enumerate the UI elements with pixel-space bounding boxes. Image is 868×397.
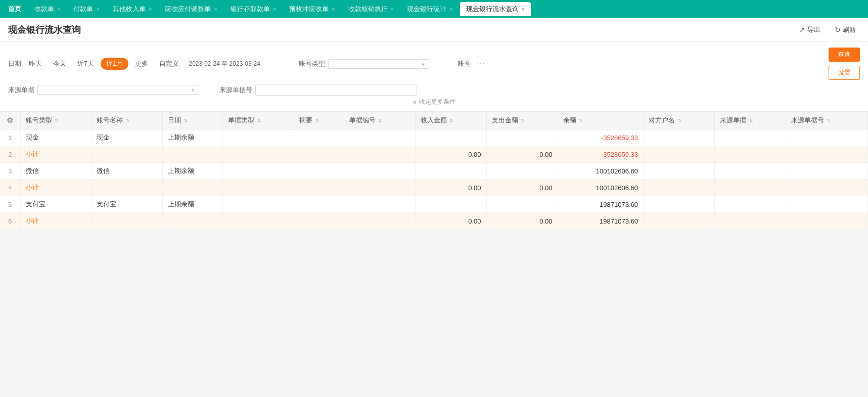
filter-area: 日期 昨天 今天 近7天 近1月 更多 自定义 2023-02-24 至 202… [0,41,868,112]
col-source-doc-no[interactable]: 来源单据号 ⇅ [786,112,867,129]
account-type-select[interactable]: ∨ [328,59,429,69]
col-account-type[interactable]: 账号类型 ⇅ [20,112,92,129]
account-filter: 账号 ··· [458,58,488,69]
cell-balance: -3528659.33 [558,146,643,163]
cell-date: 上期余额 [163,129,223,146]
col-account-name[interactable]: 账号名称 ⇅ [92,112,163,129]
nav-tab-close-bank-deposit[interactable]: × [273,6,276,12]
cell-date [163,180,223,196]
col-source-doc[interactable]: 来源单据 ⇅ [714,112,786,129]
sort-source-doc-no-icon: ⇅ [827,118,831,123]
col-date[interactable]: 日期 ⇅ [163,112,223,129]
col-balance[interactable]: 余额 ⇅ [558,112,643,129]
date-filter: 日期 昨天 今天 近7天 近1月 更多 自定义 2023-02-24 至 202… [8,58,260,70]
cell-balance: 100102606.60 [558,163,643,180]
col-income[interactable]: 收入金额 ⇅ [415,112,486,129]
nav-tab-close-payment[interactable]: × [96,6,99,12]
cell-date: 上期余额 [163,196,223,213]
nav-tab-close-receipt[interactable]: × [57,6,60,12]
sort-account-type-icon: ⇅ [55,118,59,123]
cell-summary [294,213,344,230]
date-btn-1month[interactable]: 近1月 [101,58,128,70]
table-row: 6小计0.000.0019871073.60 [0,213,868,230]
cell-account-name: 支付宝 [92,196,163,213]
cell-doc-no [344,213,415,230]
cell-source-doc-no [786,163,867,180]
header-actions: ↗ 导出 ↻ 刷新 [795,23,860,36]
cell-source-doc-no [786,213,867,230]
collapse-bar[interactable]: ∧ 收起更多条件 [8,96,860,107]
row-number: 2 [0,146,20,163]
export-button[interactable]: ↗ 导出 [795,23,825,36]
cell-source-doc [714,180,786,196]
cell-doc-no [344,129,415,146]
settings-button[interactable]: 设置 [829,66,860,80]
nav-tab-payment[interactable]: 付款单× [67,2,105,16]
date-btn-7days[interactable]: 近7天 [73,58,99,70]
cell-summary [294,146,344,163]
cell-source-doc-no [786,180,867,196]
nav-tab-close-cash-bank-stat[interactable]: × [449,6,452,12]
nav-tab-payable-adjust[interactable]: 应收应付调整单× [159,2,223,16]
nav-tab-close-cash-bank-flow[interactable]: × [522,6,525,12]
cell-date [163,213,223,230]
cell-expense [486,196,558,213]
query-button[interactable]: 查询 [829,48,860,62]
nav-tab-close-other-income[interactable]: × [149,6,152,12]
nav-tab-close-receipt-verify[interactable]: × [391,6,394,12]
cell-counterpart [643,180,714,196]
filter-row-1: 日期 昨天 今天 近7天 近1月 更多 自定义 2023-02-24 至 202… [8,48,860,80]
nav-tab-receipt-verify[interactable]: 收款核销执行× [342,2,400,16]
nav-tab-home[interactable]: 首页 [2,2,27,16]
col-doc-no[interactable]: 单据编号 ⇅ [344,112,415,129]
date-range: 2023-02-24 至 2023-03-24 [189,60,260,68]
cell-doc-type [223,213,294,230]
table-header-row: ⚙ 账号类型 ⇅ 账号名称 ⇅ 日期 ⇅ 单据类型 ⇅ 摘要 ⇅ 单据编号 ⇅ … [0,112,868,129]
date-btn-today[interactable]: 今天 [49,58,71,70]
nav-tab-receipt[interactable]: 收款单× [28,2,66,16]
col-doc-type[interactable]: 单据类型 ⇅ [223,112,294,129]
nav-tab-other-income[interactable]: 其他收入单× [107,2,158,16]
page-title: 现金银行流水查询 [8,24,81,36]
cell-source-doc [714,129,786,146]
sort-counterpart-icon: ⇅ [678,118,682,123]
nav-tab-bank-deposit[interactable]: 银行存取款单× [224,2,282,16]
col-summary[interactable]: 摘要 ⇅ [294,112,344,129]
date-btn-custom[interactable]: 自定义 [155,58,184,70]
account-ellipsis[interactable]: ··· [474,58,488,69]
source-doc-select[interactable]: ∨ [37,85,199,95]
cell-expense [486,129,558,146]
cell-account-name: 微信 [92,163,163,180]
table-gear-icon[interactable]: ⚙ [7,116,13,124]
nav-tab-cash-bank-stat[interactable]: 现金银行统计× [401,2,459,16]
date-btn-more[interactable]: 更多 [130,58,153,70]
nav-tab-cash-bank-flow[interactable]: 现金银行流水查询× [460,2,531,16]
cell-summary [294,180,344,196]
cell-expense: 0.00 [486,180,558,196]
source-doc-no-label: 来源单据号 [219,85,252,95]
account-type-dropdown-icon: ∨ [421,61,425,67]
col-counterpart[interactable]: 对方户名 ⇅ [643,112,714,129]
row-number: 4 [0,180,20,196]
row-number: 1 [0,129,20,146]
refresh-button[interactable]: ↻ 刷新 [831,23,860,36]
col-settings[interactable]: ⚙ [0,112,20,129]
nav-tab-close-advance-offset[interactable]: × [332,6,335,12]
date-btn-yesterday[interactable]: 昨天 [24,58,47,70]
account-label: 账号 [458,59,471,68]
nav-tab-advance-offset[interactable]: 预收冲应收单× [283,2,341,16]
cell-doc-type [223,163,294,180]
cell-income [415,196,486,213]
cell-source-doc-no [786,146,867,163]
cell-source-doc [714,196,786,213]
source-doc-no-filter: 来源单据号 [219,84,417,96]
cell-doc-type [223,146,294,163]
col-expense[interactable]: 支出金额 ⇅ [486,112,558,129]
sort-account-name-icon: ⇅ [126,118,130,123]
table-row: 2小计0.000.00-3528659.33 [0,146,868,163]
table-row: 5支付宝支付宝上期余额19871073.60 [0,196,868,213]
nav-tab-close-payable-adjust[interactable]: × [214,6,217,12]
cell-counterpart [643,213,714,230]
source-doc-no-input[interactable] [255,84,417,96]
sort-date-icon: ⇅ [184,118,188,123]
